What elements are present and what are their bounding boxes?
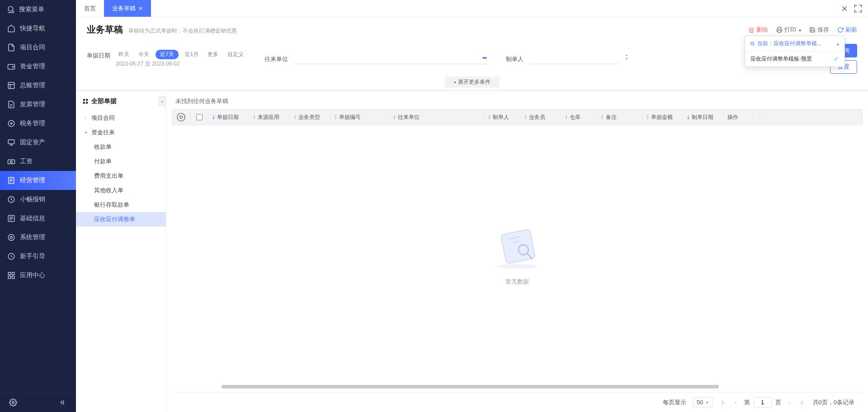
prev-page-button[interactable]: ‹ <box>731 398 741 407</box>
column-label: 制单日期 <box>692 114 713 121</box>
sidebar-item-11[interactable]: 系统管理 <box>0 228 76 247</box>
tree-node-1[interactable]: ▾资金往来 <box>76 125 166 140</box>
tree-leaf-1-3[interactable]: 其他收入单 <box>76 183 166 198</box>
collapse-sidebar-icon[interactable] <box>59 398 67 407</box>
filter-partner-input[interactable] <box>293 53 488 64</box>
column-header-10[interactable]: ▲▼制单日期 <box>683 109 724 125</box>
fullscreen-icon[interactable] <box>854 4 863 13</box>
print-dropdown-header[interactable]: ⧉ 当前：应收应付调整单模... ▴ <box>745 36 844 52</box>
collapse-tree-button[interactable]: « <box>158 96 166 106</box>
sidebar-item-6[interactable]: 固定资产 <box>0 133 76 152</box>
more-icon[interactable]: ••• <box>482 54 486 62</box>
sort-icon[interactable]: ▲▼ <box>601 114 604 120</box>
delete-button[interactable]: 删除 <box>748 26 768 34</box>
spinner-icon[interactable]: ▴▾ <box>626 53 627 61</box>
horizontal-scrollbar[interactable] <box>172 385 863 389</box>
column-header-2[interactable]: ▲▼业务类型 <box>290 109 330 125</box>
sidebar-item-13[interactable]: 应用中心 <box>0 266 76 285</box>
expense-icon <box>7 195 15 204</box>
sort-icon[interactable]: ▲▼ <box>687 114 690 120</box>
column-header-11[interactable]: 操作 <box>724 109 760 125</box>
tree-leaf-1-2[interactable]: 费用支出单 <box>76 169 166 183</box>
date-chip-1[interactable]: 今天 <box>136 50 152 59</box>
tree-leaf-1-5[interactable]: 应收应付调整单 <box>76 212 166 227</box>
filter-maker-label: 制单人 <box>506 53 524 63</box>
print-button[interactable]: 打印 ▴ ⧉ 当前：应收应付调整单模... ▴ 应收应付调整单模板-预置 ✓ <box>776 26 801 34</box>
sidebar-item-5[interactable]: 税务管理 <box>0 114 76 133</box>
column-header-5[interactable]: ▲▼制单人 <box>484 109 520 125</box>
sidebar-item-0[interactable]: 快捷导航 <box>0 19 76 38</box>
date-chip-2[interactable]: 近7天 <box>156 50 179 59</box>
sort-icon[interactable]: ▲▼ <box>524 114 527 120</box>
date-chip-3[interactable]: 近1月 <box>182 50 202 59</box>
column-header-8[interactable]: ▲▼备注 <box>597 109 642 125</box>
sidebar-item-3[interactable]: 总账管理 <box>0 76 76 95</box>
filter-partner-label: 往来单位 <box>264 53 288 63</box>
sidebar-item-2[interactable]: 资金管理 <box>0 57 76 76</box>
column-settings-icon[interactable] <box>172 109 190 125</box>
column-header-1[interactable]: ▲▼来源应用 <box>249 109 290 125</box>
column-header-7[interactable]: ▲▼仓库 <box>561 109 597 125</box>
sidebar: 搜索菜单 快捷导航项目合同资金管理总账管理发票管理税务管理固定资产工资经营管理小… <box>0 0 76 412</box>
date-chip-0[interactable]: 昨天 <box>116 50 132 59</box>
sidebar-item-label: 小畅报销 <box>20 195 45 204</box>
svg-point-43 <box>497 264 537 269</box>
svg-rect-28 <box>8 272 10 275</box>
sidebar-item-8[interactable]: 经营管理 <box>0 171 76 190</box>
settings-icon[interactable] <box>9 398 17 407</box>
sidebar-item-9[interactable]: 小畅报销 <box>0 190 76 209</box>
sidebar-item-12[interactable]: 新手引导 <box>0 247 76 266</box>
column-header-3[interactable]: ▲▼单据编号 <box>330 109 389 125</box>
close-icon[interactable]: ✕ <box>138 5 143 12</box>
empty-state: 暂无数据 <box>172 125 863 382</box>
select-all-checkbox[interactable] <box>190 109 208 125</box>
refresh-button[interactable]: 刷新 <box>837 26 857 34</box>
date-chip-4[interactable]: 更多 <box>205 50 221 59</box>
scrollbar-thumb[interactable] <box>222 385 719 388</box>
tree-leaf-1-1[interactable]: 付款单 <box>76 154 166 169</box>
sidebar-item-10[interactable]: 基础信息 <box>0 209 76 228</box>
expand-filters-button[interactable]: ▾ 展开更多条件 <box>445 76 500 88</box>
sort-icon[interactable]: ▲▼ <box>393 114 396 120</box>
sidebar-item-1[interactable]: 项目合同 <box>0 38 76 57</box>
sort-icon[interactable]: ▲▼ <box>293 114 297 120</box>
sort-icon[interactable]: ▲▼ <box>253 114 256 120</box>
tabs-close-icon[interactable] <box>840 4 849 13</box>
date-chip-5[interactable]: 自定义 <box>225 50 246 59</box>
filter-maker-input[interactable] <box>529 53 619 64</box>
tree-leaf-1-0[interactable]: 收款单 <box>76 140 166 154</box>
sort-icon[interactable]: ▲▼ <box>212 114 215 120</box>
sort-icon[interactable]: ▲▼ <box>488 114 491 120</box>
next-page-button[interactable]: › <box>785 398 794 407</box>
sidebar-item-7[interactable]: 工资 <box>0 152 76 171</box>
column-header-6[interactable]: ▲▼业务员 <box>520 109 561 125</box>
grid-icon <box>82 98 89 104</box>
tree-node-0[interactable]: ›项目合同 <box>76 111 166 125</box>
invoice-icon <box>7 100 15 109</box>
column-header-0[interactable]: ▲▼单据日期 <box>208 109 249 125</box>
tab-0[interactable]: 首页 <box>76 0 104 17</box>
sidebar-search[interactable]: 搜索菜单 <box>0 0 76 19</box>
sort-icon[interactable]: ▲▼ <box>646 114 649 120</box>
column-header-4[interactable]: ▲▼往来单位 <box>389 109 484 125</box>
save-button[interactable]: 保存 <box>809 26 829 34</box>
column-header-9[interactable]: ▲▼单据金额 <box>642 109 683 125</box>
page-suffix: 页 <box>775 398 781 407</box>
page-input[interactable] <box>754 397 772 407</box>
first-page-button[interactable]: |‹ <box>719 398 728 407</box>
doc-tree-header[interactable]: 全部单据 <box>76 92 166 111</box>
per-page-label: 每页显示 <box>663 398 686 407</box>
ledger-icon <box>7 81 15 90</box>
info-icon <box>7 214 15 223</box>
sidebar-item-4[interactable]: 发票管理 <box>0 95 76 114</box>
sidebar-footer <box>0 393 76 412</box>
tree-leaf-1-4[interactable]: 银行存取款单 <box>76 198 166 212</box>
svg-rect-37 <box>83 99 85 101</box>
print-template-option[interactable]: 应收应付调整单模板-预置 ✓ <box>745 52 844 66</box>
sort-icon[interactable]: ▲▼ <box>334 114 337 120</box>
last-page-button[interactable]: ›| <box>797 398 807 407</box>
printer-icon <box>776 27 783 33</box>
tab-1[interactable]: 业务草稿✕ <box>104 0 151 17</box>
per-page-select[interactable]: 50 ▾ <box>693 397 712 407</box>
sort-icon[interactable]: ▲▼ <box>565 114 568 120</box>
